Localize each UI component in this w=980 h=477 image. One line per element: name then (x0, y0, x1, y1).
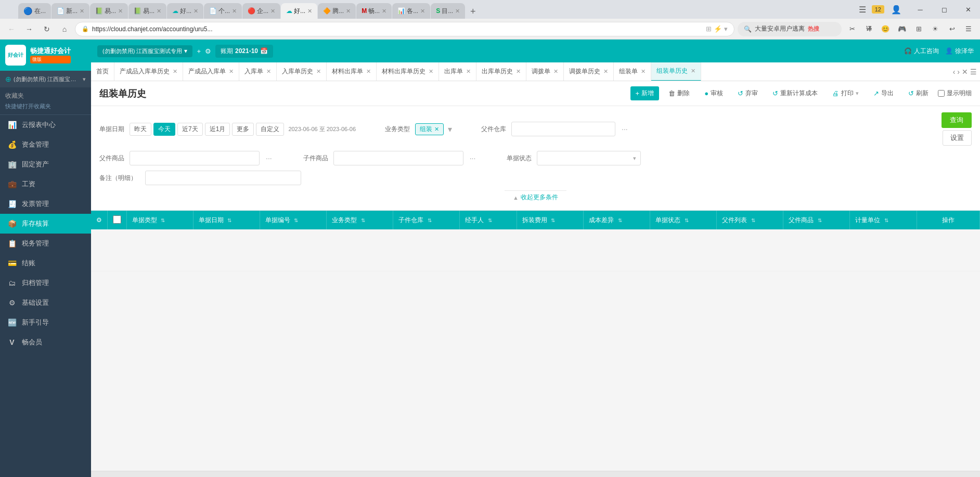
consult-btn[interactable]: 🎧 人工咨询 (904, 47, 939, 56)
tab-mat-out[interactable]: 材料出库单 ✕ (327, 62, 377, 81)
abandon-btn[interactable]: ↺ 弃审 (732, 86, 763, 100)
sidebar-company[interactable]: ⊕ (勿删勿禁用) 江西服宝测试专用 ▾ (0, 71, 91, 87)
tab-out-order[interactable]: 出库单 ✕ (439, 62, 476, 81)
sidebar-item-invoice[interactable]: 🧾 发票管理 (0, 194, 91, 214)
header-period[interactable]: 账期 2021-10 📅 (215, 45, 273, 58)
recalc-btn[interactable]: ↺ 重新计算成本 (767, 86, 823, 100)
tab-close-transfer[interactable]: ✕ (553, 68, 558, 75)
grid-btn[interactable]: ⊞ (911, 22, 926, 36)
tab-close-2[interactable]: ✕ (80, 8, 84, 15)
today-btn[interactable]: 今天 (153, 123, 175, 136)
child-goods-input[interactable] (333, 151, 463, 165)
biz-type-tag-close[interactable]: ✕ (434, 126, 439, 133)
undo-btn[interactable]: ↩ (945, 22, 959, 36)
tab-close-prod-in-history[interactable]: ✕ (173, 68, 177, 75)
biz-type-dropdown[interactable]: ▾ (448, 124, 452, 134)
col-date[interactable]: 单据日期 ⇅ (194, 211, 260, 229)
tab-prev-btn[interactable]: ‹ (953, 68, 956, 76)
browser-tab-3[interactable]: 📗 易... ✕ (90, 3, 128, 19)
browser-tab-8[interactable]: ☁ 好... ✕ (281, 3, 317, 19)
browser-tab-2[interactable]: 📄 新... ✕ (51, 3, 89, 19)
tab-close-6[interactable]: ✕ (232, 8, 237, 15)
sidebar-item-fixed-assets[interactable]: 🏢 固定资产 (0, 154, 91, 174)
tab-close-assembly[interactable]: ✕ (641, 68, 646, 75)
tab-close-11[interactable]: ✕ (420, 8, 425, 15)
tab-close-4[interactable]: ✕ (157, 8, 161, 15)
delete-btn[interactable]: 🗑 删除 (663, 86, 695, 100)
menu-btn[interactable]: ☰ (961, 22, 976, 36)
minimize-btn[interactable]: ─ (908, 0, 932, 19)
sun-btn[interactable]: ☀ (928, 22, 943, 36)
company-dropdown[interactable]: ▾ (83, 76, 86, 83)
col-number[interactable]: 单据编号 ⇅ (260, 211, 327, 229)
translate-btn[interactable]: 译 (861, 22, 876, 36)
horizontal-scrollbar[interactable] (91, 471, 980, 477)
child-goods-more[interactable]: ··· (468, 154, 478, 162)
tab-close-10[interactable]: ✕ (382, 8, 386, 15)
tab-close-mat-out[interactable]: ✕ (366, 68, 371, 75)
browser-tab-4[interactable]: 📗 易... ✕ (128, 3, 166, 19)
col-order-status[interactable]: 单据状态 ⇅ (650, 211, 717, 229)
browser-tab-7[interactable]: 🔴 企... ✕ (242, 3, 280, 19)
new-tab-button[interactable]: + (466, 4, 480, 19)
custom-btn[interactable]: 自定义 (256, 123, 284, 136)
forward-btn[interactable]: → (22, 22, 36, 36)
user-btn[interactable]: 👤 徐泽华 (945, 47, 974, 56)
browser-tab-12[interactable]: S 目... ✕ (431, 3, 465, 19)
tab-close-mat-out-history[interactable]: ✕ (429, 68, 433, 75)
tab-transfer[interactable]: 调拨单 ✕ (526, 62, 564, 81)
browser-tab-6[interactable]: 📄 个... ✕ (204, 3, 242, 19)
tab-prod-in[interactable]: 产成品入库单 ✕ (183, 62, 239, 81)
browser-tab-11[interactable]: 📊 各... ✕ (392, 3, 430, 19)
tab-close-in-order[interactable]: ✕ (266, 68, 271, 75)
tab-out-history[interactable]: 出库单历史 ✕ (476, 62, 526, 81)
col-unit[interactable]: 计量单位 ⇅ (850, 211, 917, 229)
tab-home[interactable]: 首页 (91, 62, 114, 81)
sidebar-item-cloud-report[interactable]: 📊 云报表中心 (0, 115, 91, 135)
last-month-btn[interactable]: 近1月 (205, 123, 230, 136)
browser-tab-5[interactable]: ☁ 好... ✕ (167, 3, 203, 19)
tab-close-12[interactable]: ✕ (455, 8, 460, 15)
parent-goods-more[interactable]: ··· (264, 154, 274, 162)
col-parent-goods[interactable]: 父件商品 ⇅ (783, 211, 850, 229)
search-bar[interactable]: 🔍 大量安卓用户逃离 热搜 (738, 22, 842, 36)
tab-mat-out-history[interactable]: 材料出库单历史 ✕ (377, 62, 439, 81)
sidebar-item-archive[interactable]: 🗂 归档管理 (0, 273, 91, 293)
tab-close-7[interactable]: ✕ (270, 8, 275, 15)
export-btn[interactable]: ↗ 导出 (868, 86, 899, 100)
col-child-warehouse[interactable]: 子件仓库 ⇅ (393, 211, 460, 229)
col-handler[interactable]: 经手人 ⇅ (460, 211, 517, 229)
col-parent-list[interactable]: 父件列表 ⇅ (717, 211, 783, 229)
dropdown-icon[interactable]: ▾ (724, 25, 728, 33)
show-detail-checkbox[interactable] (938, 90, 945, 97)
sidebar-item-payroll[interactable]: 💼 工资 (0, 174, 91, 194)
col-settings[interactable]: ⚙ (91, 211, 108, 229)
last7-btn[interactable]: 近7天 (177, 123, 203, 136)
sidebar-item-finance[interactable]: 💰 资金管理 (0, 135, 91, 154)
header-company[interactable]: (勿删勿禁用) 江西服宝测试专用 ▾ (97, 45, 192, 57)
tab-transfer-history[interactable]: 调拨单历史 ✕ (564, 62, 614, 81)
tab-next-btn[interactable]: › (957, 68, 960, 76)
parent-goods-input[interactable] (130, 151, 260, 165)
scrollbar-area[interactable] (91, 471, 980, 477)
qr-icon[interactable]: ⊞ (706, 25, 712, 33)
sidebar-item-member[interactable]: V 畅会员 (0, 332, 91, 352)
sidebar-item-settlement[interactable]: 💳 结账 (0, 253, 91, 273)
more-btn[interactable]: 更多 (232, 123, 254, 136)
tab-close-assembly-history[interactable]: ✕ (691, 68, 695, 74)
col-checkbox[interactable] (108, 211, 127, 229)
tab-in-order[interactable]: 入库单 ✕ (239, 62, 277, 81)
tab-close-out-history[interactable]: ✕ (516, 68, 521, 75)
close-btn[interactable]: ✕ (956, 0, 980, 19)
tab-search-btn[interactable]: ☰ (855, 2, 870, 17)
tab-close-5[interactable]: ✕ (194, 8, 198, 15)
tab-close-3[interactable]: ✕ (118, 8, 123, 15)
set-btn[interactable]: 设置 (943, 130, 972, 146)
new-btn[interactable]: + 新增 (630, 86, 660, 100)
refresh-btn[interactable]: ↺ 刷新 (903, 86, 934, 100)
col-cost-diff[interactable]: 成本差异 ⇅ (584, 211, 650, 229)
tab-close-all-btn[interactable]: ✕ (962, 68, 968, 76)
emoji-btn[interactable]: 😊 (878, 22, 893, 36)
header-settings-btn[interactable]: ⚙ (205, 47, 211, 55)
sidebar-item-inventory[interactable]: 📦 库存核算 (0, 214, 91, 234)
